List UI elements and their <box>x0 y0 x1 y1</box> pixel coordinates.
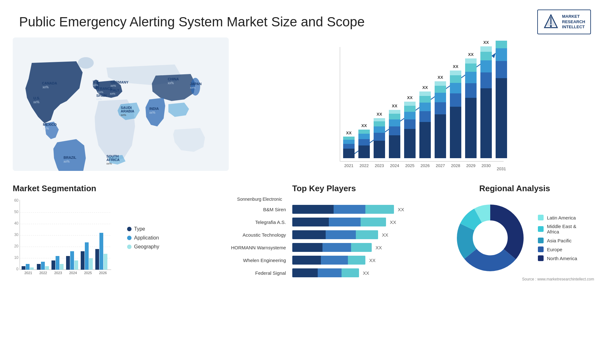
svg-rect-72 <box>404 112 416 119</box>
player-name-telegrafia: Telegrafia A.S. <box>226 219 289 225</box>
player-val-whelen: XX <box>369 258 376 263</box>
svg-rect-73 <box>404 106 416 112</box>
svg-rect-150 <box>85 242 89 270</box>
segmentation-title: Market Segmentation <box>13 184 216 193</box>
legend-type-color <box>127 227 132 231</box>
svg-text:MEXICO: MEXICO <box>43 123 57 126</box>
svg-rect-99 <box>465 83 477 98</box>
player-name-acoustic: Acoustic Technology <box>226 232 289 238</box>
page-title: Public Emergency Alerting System Market … <box>19 14 365 30</box>
svg-rect-45 <box>343 144 355 149</box>
legend-type-label: Type <box>134 226 145 232</box>
svg-text:20: 20 <box>14 244 19 248</box>
svg-rect-141 <box>51 260 55 270</box>
svg-text:2026: 2026 <box>99 271 107 275</box>
player-bar-federal: XX <box>292 268 423 277</box>
svg-rect-52 <box>358 134 370 139</box>
svg-rect-85 <box>435 102 446 114</box>
player-row-federal: Federal Signal XX <box>226 268 423 277</box>
svg-text:AFRICA: AFRICA <box>106 158 120 162</box>
asia-pacific-label: Asia Pacific <box>547 238 572 243</box>
latin-america-label: Latin America <box>547 215 576 220</box>
svg-text:0: 0 <box>16 267 18 271</box>
svg-rect-65 <box>389 119 400 126</box>
legend-geography-label: Geography <box>134 244 159 250</box>
player-row-bm: B&M Siren XX <box>226 205 423 214</box>
bar-light-bm <box>365 205 394 214</box>
middle-east-label: Middle East &Africa <box>547 224 576 234</box>
player-row-acoustic: Acoustic Technology XX <box>226 230 423 239</box>
bar-light-fed <box>342 268 359 277</box>
svg-text:xx%: xx% <box>64 160 70 163</box>
svg-rect-57 <box>374 133 385 141</box>
bar-dark-fed <box>292 268 318 277</box>
svg-text:XX: XX <box>346 131 352 135</box>
svg-text:xx%: xx% <box>111 84 116 87</box>
page-header: Public Emergency Alerting System Market … <box>0 0 610 37</box>
svg-text:60: 60 <box>14 198 19 203</box>
svg-rect-107 <box>480 60 492 72</box>
svg-text:2025: 2025 <box>84 271 92 275</box>
bar-light-whe <box>348 256 365 265</box>
bar-dark-ac <box>292 230 326 239</box>
bar-light-tel <box>361 218 386 226</box>
svg-rect-155 <box>104 254 107 270</box>
svg-text:2029: 2029 <box>466 163 476 168</box>
svg-text:xx%: xx% <box>168 81 174 85</box>
svg-text:BRAZIL: BRAZIL <box>64 156 77 159</box>
svg-rect-139 <box>45 266 49 270</box>
svg-text:xx%: xx% <box>33 100 39 104</box>
bar-mid-whe <box>321 256 348 265</box>
svg-rect-113 <box>496 61 507 78</box>
svg-rect-53 <box>358 130 370 134</box>
svg-rect-44 <box>343 149 355 158</box>
bar-dark-tel <box>292 218 329 226</box>
svg-text:xx%: xx% <box>106 162 112 165</box>
svg-text:xx%: xx% <box>190 86 195 89</box>
svg-text:CHINA: CHINA <box>168 77 179 81</box>
svg-text:2021: 2021 <box>344 163 354 168</box>
legend-application: Application <box>127 235 159 241</box>
svg-rect-94 <box>450 75 461 83</box>
bar-dark-hor <box>292 243 322 252</box>
svg-rect-63 <box>389 135 400 158</box>
svg-rect-50 <box>358 145 370 158</box>
svg-rect-149 <box>81 251 85 270</box>
svg-rect-47 <box>343 137 355 140</box>
player-bar-bm: XX <box>292 205 423 214</box>
svg-text:XX: XX <box>468 52 474 57</box>
svg-rect-58 <box>374 126 385 133</box>
svg-rect-46 <box>343 140 355 144</box>
svg-rect-105 <box>480 88 492 158</box>
svg-rect-80 <box>419 96 431 103</box>
svg-rect-135 <box>30 267 34 270</box>
svg-rect-88 <box>435 81 446 86</box>
player-row-hormann: HORMANN Warnsysteme XX <box>226 243 423 252</box>
regional-legend: Latin America Middle East &Africa Asia P… <box>538 215 577 261</box>
svg-point-3 <box>550 25 552 27</box>
svg-rect-98 <box>465 98 477 158</box>
legend-latin-america: Latin America <box>538 215 577 220</box>
north-america-color <box>538 255 544 261</box>
svg-text:2023: 2023 <box>54 271 62 275</box>
player-bar-whelen: XX <box>292 256 423 265</box>
svg-text:XX: XX <box>453 64 458 69</box>
svg-rect-67 <box>389 110 400 114</box>
svg-rect-93 <box>450 83 461 93</box>
key-players-section: Top Key Players Sonnenburg Electronic B&… <box>222 184 426 282</box>
svg-text:2023: 2023 <box>375 163 384 168</box>
player-sonnenburg: Sonnenburg Electronic <box>226 197 286 202</box>
svg-text:CANADA: CANADA <box>42 81 57 85</box>
svg-rect-137 <box>37 264 41 270</box>
svg-rect-145 <box>66 256 70 270</box>
legend-north-america: North America <box>538 255 577 261</box>
svg-rect-109 <box>480 46 492 52</box>
bar-mid-fed <box>318 268 342 277</box>
svg-rect-100 <box>465 72 477 83</box>
svg-rect-86 <box>435 93 446 102</box>
svg-rect-143 <box>60 264 64 270</box>
svg-rect-142 <box>56 256 59 270</box>
svg-rect-51 <box>358 139 370 145</box>
svg-rect-77 <box>419 122 431 158</box>
svg-text:XX: XX <box>422 85 428 90</box>
